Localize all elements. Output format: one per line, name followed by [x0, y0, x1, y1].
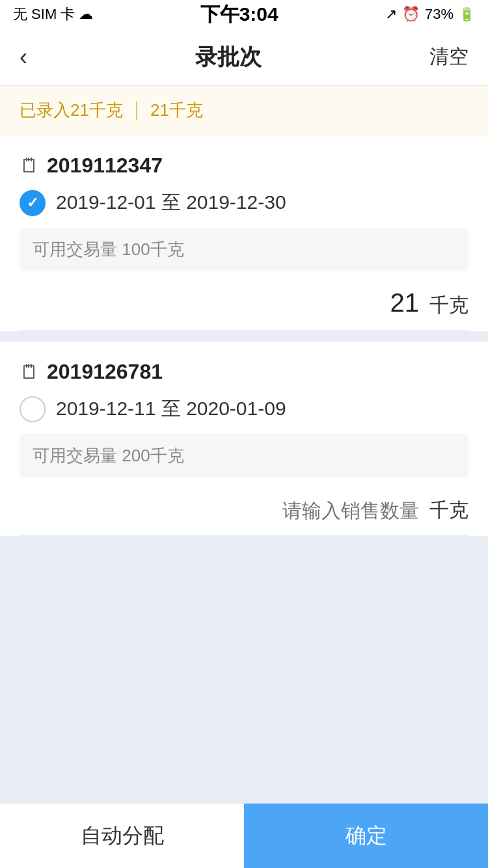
auto-distribute-button[interactable]: 自动分配 — [0, 804, 244, 868]
batch-1-icon: 🗒 — [20, 155, 39, 177]
batch-1-date-row[interactable]: 2019-12-01 至 2019-12-30 — [0, 184, 488, 225]
batch-1-id: 2019112347 — [47, 154, 163, 178]
content-area — [0, 536, 488, 822]
bottom-bar: 自动分配 确定 — [0, 803, 488, 868]
batch-2-date: 2019-12-11 至 2020-01-09 — [56, 396, 286, 422]
status-bar: 无 SIM 卡 ☁ 下午3:04 ↗ ⏰ 73% 🔋 — [0, 0, 488, 29]
battery-text: 73% — [425, 6, 454, 23]
back-button[interactable]: ‹ — [20, 44, 27, 71]
batch-2-id: 2019126781 — [47, 360, 163, 384]
batch-2-available: 可用交易量 200千克 — [20, 434, 468, 478]
batch-2-date-row[interactable]: 2019-12-11 至 2020-01-09 — [0, 390, 488, 431]
alarm-icon: ⏰ — [402, 6, 420, 23]
batch-1-quantity-value: 21 — [390, 288, 420, 318]
section-separator-1 — [0, 331, 488, 342]
batch-1-header: 🗒 2019112347 — [0, 135, 488, 184]
status-time: 下午3:04 — [200, 1, 278, 28]
nav-bar: ‹ 录批次 清空 — [0, 29, 488, 86]
batch-card-1: 🗒 2019112347 2019-12-01 至 2019-12-30 可用交… — [0, 135, 488, 331]
batch-1-quantity-unit: 千克 — [429, 292, 468, 319]
clear-button[interactable]: 清空 — [429, 44, 468, 70]
battery-icon: 🔋 — [459, 7, 475, 22]
batch-2-unit: 千克 — [429, 497, 468, 524]
status-right: ↗ ⏰ 73% 🔋 — [385, 6, 475, 23]
recorded-label: 已录入21千克 — [20, 99, 123, 122]
info-banner: 已录入21千克 21千克 — [0, 86, 488, 135]
quantity-input[interactable] — [20, 500, 419, 522]
batch-2-radio[interactable] — [20, 396, 46, 422]
confirm-button[interactable]: 确定 — [244, 804, 488, 868]
total-label: 21千克 — [150, 99, 203, 122]
batch-2-input-row: 千克 — [0, 488, 488, 536]
batch-1-available: 可用交易量 100千克 — [20, 228, 468, 271]
batch-1-date: 2019-12-01 至 2019-12-30 — [56, 189, 286, 216]
no-sim-text: 无 SIM 卡 ☁ — [13, 5, 93, 24]
batch-1-quantity-row: 21 千克 — [0, 282, 488, 331]
info-divider — [136, 102, 137, 120]
batch-card-2: 🗒 2019126781 2019-12-11 至 2020-01-09 可用交… — [0, 342, 488, 536]
page-title: 录批次 — [195, 42, 262, 72]
batch-1-radio[interactable] — [20, 190, 46, 216]
batch-2-header: 🗒 2019126781 — [0, 342, 488, 390]
status-left: 无 SIM 卡 ☁ — [13, 5, 93, 24]
location-icon: ↗ — [385, 6, 397, 23]
batch-2-icon: 🗒 — [20, 361, 39, 383]
